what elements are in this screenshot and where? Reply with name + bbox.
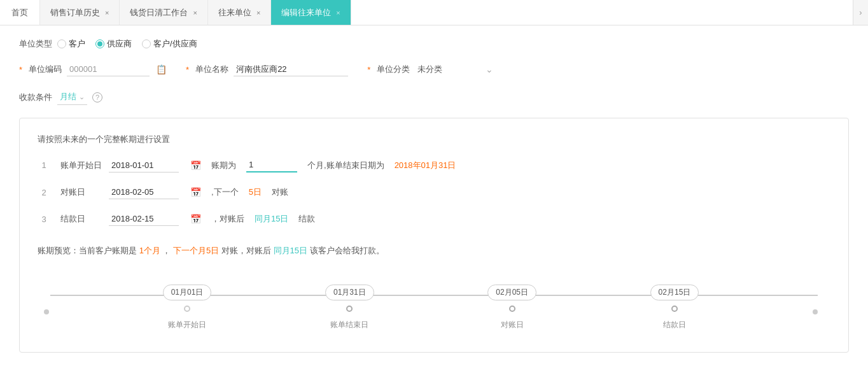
row-2-num: 2 [38, 188, 50, 197]
tab-edit-partner-close[interactable]: × [336, 9, 340, 17]
row-3-highlight: 同月15日 [255, 213, 288, 225]
timeline-point-2: 01月31日 账单结束日 [325, 285, 374, 330]
row-2-type: 对账日 [60, 186, 99, 198]
timeline-dot-2 [346, 306, 353, 312]
row-1-date-input[interactable] [109, 158, 179, 172]
tab-sales-history-label: 销售订单历史 [50, 7, 100, 18]
timeline-bubble-4: 02月15日 [650, 285, 699, 300]
timeline-dot-3 [509, 306, 515, 312]
payment-row: 收款条件 月结 ⌄ ? [19, 89, 849, 105]
unit-info-row: * 单位编码 📋 * 单位名称 * 单位分类 未分类 ⌄ [19, 62, 849, 76]
timeline-label-2: 账单结束日 [330, 320, 368, 330]
timeline-start-cap [44, 309, 49, 314]
preview-prefix: 账期预览：当前客户账期是 [38, 246, 137, 255]
row-2-date-input[interactable] [109, 185, 179, 199]
row-1-num: 1 [38, 160, 50, 170]
timeline-wrapper: 01月01日 账单开始日 01月31日 账单结束日 02月05日 对账日 02月… [38, 278, 830, 337]
timeline-points: 01月01日 账单开始日 01月31日 账单结束日 02月05日 对账日 02月… [44, 285, 818, 330]
unit-code-label: 单位编码 [29, 64, 62, 75]
row-2-calendar-icon[interactable]: 📅 [190, 187, 201, 197]
row-1-suffix-before: 账期为 [211, 160, 236, 171]
timeline-point-1: 01月01日 账单开始日 [163, 285, 212, 330]
tab-cash-work-label: 钱货日清工作台 [130, 7, 188, 18]
timeline-label-1: 账单开始日 [168, 320, 206, 330]
payment-label: 收款条件 [19, 92, 52, 103]
payment-select[interactable]: 月结 ⌄ [57, 89, 87, 105]
main-content: 单位类型 客户 供应商 客户/供应商 * 单位编码 [0, 25, 868, 387]
tab-sales-history-close[interactable]: × [105, 9, 109, 17]
timeline-dot-4 [671, 306, 678, 312]
unit-category-dropdown-icon[interactable]: ⌄ [486, 64, 493, 74]
setting-row-2: 2 对账日 📅 ,下一个 5日 对账 [38, 185, 830, 199]
tab-home-label: 首页 [11, 7, 28, 18]
unit-code-group: * 单位编码 📋 [19, 62, 167, 76]
row-3-type: 结款日 [60, 213, 99, 225]
preview-part1: 1个月 [139, 246, 160, 255]
card-hint: 请按照未来的一个完整帐期进行设置 [38, 134, 830, 145]
radio-supplier[interactable]: 供应商 [95, 38, 132, 50]
unit-name-star: * [186, 65, 189, 74]
unit-code-input[interactable] [67, 62, 150, 76]
timeline-bubble-2: 01月31日 [325, 285, 374, 300]
tab-sales-history[interactable]: 销售订单历史 × [40, 0, 120, 25]
unit-type-row: 单位类型 客户 供应商 客户/供应商 [19, 38, 849, 50]
unit-code-copy-icon[interactable]: 📋 [156, 64, 167, 74]
row-3-calendar-icon[interactable]: 📅 [190, 214, 201, 224]
payment-group: 收款条件 月结 ⌄ ? [19, 89, 102, 105]
row-2-prefix: ,下一个 [211, 186, 239, 198]
tab-cash-work[interactable]: 钱货日清工作台 × [120, 0, 207, 25]
tab-home[interactable]: 首页 [0, 0, 40, 25]
radio-customer-supplier-circle [142, 39, 151, 48]
row-1-calendar-icon[interactable]: 📅 [190, 160, 201, 171]
timeline-point-3: 02月05日 对账日 [487, 285, 536, 330]
preview-text: 账期预览：当前客户账期是 1个月 ， 下一个月5日 对账，对账后 同月15日 该… [38, 239, 830, 263]
radio-supplier-circle [95, 39, 104, 48]
settings-card: 请按照未来的一个完整帐期进行设置 1 账单开始日 📅 账期为 个月,账单结束日期… [19, 118, 849, 353]
preview-mid2: 对账，对账后 [221, 246, 271, 255]
radio-customer-circle [57, 39, 66, 48]
row-3-suffix: 结款 [298, 213, 315, 225]
setting-row-3: 3 结款日 📅 ，对账后 同月15日 结款 [38, 212, 830, 226]
radio-customer[interactable]: 客户 [57, 38, 85, 50]
row-2-suffix: 对账 [272, 186, 288, 198]
preview-mid1: ， [162, 246, 171, 255]
row-3-date-input[interactable] [109, 212, 179, 226]
unit-category-value: 未分类 [417, 64, 442, 75]
payment-help-icon[interactable]: ? [92, 92, 102, 102]
timeline-end-cap [813, 309, 818, 314]
timeline-label-4: 结款日 [663, 320, 686, 330]
row-3-num: 3 [38, 215, 50, 224]
timeline-bubble-3: 02月05日 [487, 285, 536, 300]
preview-part2: 下一个月5日 [173, 246, 219, 255]
timeline-bubble-1: 01月01日 [163, 285, 212, 300]
preview-part3: 同月15日 [274, 246, 307, 255]
unit-name-input[interactable] [234, 62, 348, 76]
tab-edit-partner[interactable]: 编辑往来单位 × [271, 0, 351, 25]
tab-partner-label: 往来单位 [218, 7, 251, 18]
timeline-label-3: 对账日 [501, 320, 524, 330]
unit-category-group: * 单位分类 未分类 ⌄ [367, 64, 493, 75]
unit-type-label: 单位类型 [19, 38, 52, 50]
tab-scroll-arrow[interactable]: › [853, 0, 868, 25]
radio-supplier-label: 供应商 [107, 38, 132, 50]
radio-customer-supplier[interactable]: 客户/供应商 [142, 38, 197, 50]
unit-type-radio-group: 客户 供应商 客户/供应商 [57, 38, 197, 50]
timeline-dot-1 [184, 306, 190, 312]
timeline-point-start-dot [44, 309, 49, 314]
row-1-highlight: 2018年01月31日 [395, 160, 456, 171]
unit-name-label: 单位名称 [195, 64, 228, 75]
unit-category-label: 单位分类 [377, 64, 410, 75]
timeline-point-4: 02月15日 结款日 [650, 285, 699, 330]
tab-cash-work-close[interactable]: × [193, 9, 197, 17]
tab-partner[interactable]: 往来单位 × [208, 0, 271, 25]
radio-customer-label: 客户 [69, 38, 85, 50]
payment-select-arrow: ⌄ [79, 93, 85, 101]
preview-suffix: 该客户会给我打款。 [310, 246, 384, 255]
row-1-period-input[interactable] [246, 158, 297, 172]
row-1-suffix-after: 个月,账单结束日期为 [307, 160, 384, 171]
tab-partner-close[interactable]: × [256, 9, 260, 17]
unit-name-group: * 单位名称 [186, 62, 348, 76]
setting-row-1: 1 账单开始日 📅 账期为 个月,账单结束日期为 2018年01月31日 [38, 158, 830, 172]
radio-customer-supplier-label: 客户/供应商 [153, 38, 197, 50]
row-3-prefix: ，对账后 [211, 213, 244, 225]
